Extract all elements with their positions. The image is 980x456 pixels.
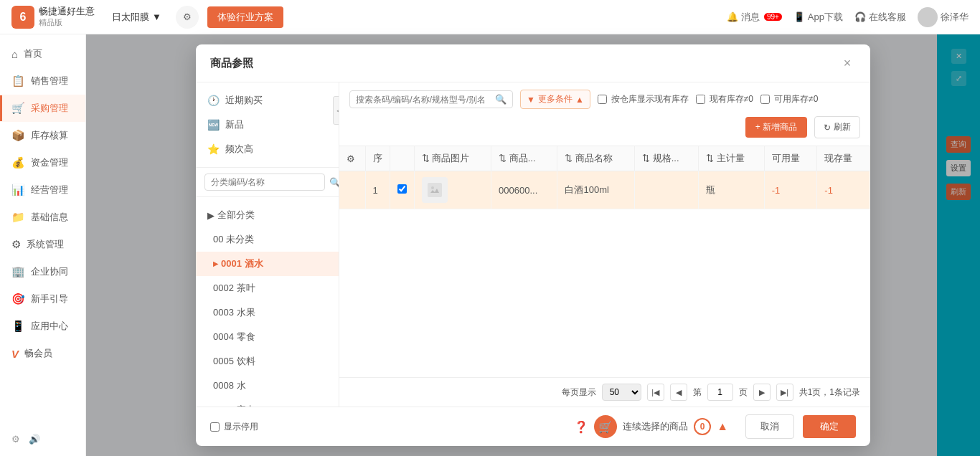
tab-recent-label: 近期购买 <box>225 94 263 107</box>
appcenter-icon: 📱 <box>11 320 25 333</box>
category-item-0010[interactable]: 0010 家电 <box>196 398 339 407</box>
available-checkbox[interactable] <box>760 95 770 104</box>
category-item-0005[interactable]: 0005 饮料 <box>196 349 339 374</box>
online-service-btn[interactable]: 🎧 在线客服 <box>854 11 906 24</box>
messages-btn[interactable]: 🔔 消息 99+ <box>727 11 782 24</box>
sidebar-item-sales[interactable]: 📋 销售管理 <box>0 67 85 95</box>
add-product-button[interactable]: + 新增商品 <box>745 117 807 138</box>
th-check <box>390 146 414 171</box>
inventory-icon: 📦 <box>11 129 25 142</box>
sidebar-item-system[interactable]: ⚙ 系统管理 <box>0 231 85 258</box>
modal-close-button[interactable]: × <box>839 54 856 72</box>
user-menu[interactable]: 徐泽华 <box>918 7 969 27</box>
th-name[interactable]: ⇅ 商品名称 <box>557 146 635 171</box>
th-unit[interactable]: ⇅ 主计量 <box>699 146 765 171</box>
sidebar-item-operations[interactable]: 📊 经营管理 <box>0 176 85 204</box>
category-0010-label: 0010 家电 <box>213 404 255 407</box>
sales-icon: 📋 <box>11 75 25 87</box>
td-code: 000600... <box>491 171 557 209</box>
guide-icon: 🎯 <box>11 293 25 305</box>
sidebar-item-enterprise[interactable]: 🏢 企业协同 <box>0 258 85 285</box>
refresh-button[interactable]: ↻ 刷新 <box>814 116 860 138</box>
confirm-button[interactable]: 确定 <box>803 415 856 438</box>
existing-checkbox[interactable] <box>696 95 705 104</box>
sidebar-item-finance[interactable]: 💰 资金管理 <box>0 149 85 176</box>
username: 徐泽华 <box>941 11 969 24</box>
svg-point-1 <box>431 186 434 189</box>
warehouse-checkbox[interactable] <box>598 95 607 104</box>
new-icon: 🆕 <box>207 119 220 130</box>
headset-icon: 🎧 <box>854 11 866 22</box>
help-icon[interactable]: ❓ <box>574 420 588 434</box>
app-download-btn[interactable]: 📱 App下载 <box>793 11 843 24</box>
mobile-icon: 📱 <box>793 11 805 22</box>
expand-cart-icon[interactable]: ▲ <box>717 420 728 433</box>
product-search-icon[interactable]: 🔍 <box>495 94 507 105</box>
sidebar-item-guide[interactable]: 🎯 新手引导 <box>0 285 85 313</box>
sidebar-item-home[interactable]: ⌂ 首页 <box>0 40 85 67</box>
category-search-input[interactable] <box>204 174 325 191</box>
sort-image-icon: ⇅ <box>422 153 430 163</box>
trial-btn[interactable]: 体验行业方案 <box>207 6 283 28</box>
category-item-0004[interactable]: 0004 零食 <box>196 325 339 349</box>
table-settings-icon[interactable]: ⚙ <box>347 153 355 164</box>
next-page-button[interactable]: ▶ <box>753 384 771 401</box>
sidebar-item-system-label: 系统管理 <box>27 238 64 251</box>
filter-icon: ▼ <box>527 95 535 105</box>
sidebar-item-appcenter-label: 应用中心 <box>31 320 68 333</box>
total-info: 共1页，1条记录 <box>799 386 860 399</box>
tab-frequent[interactable]: ⭐ 频次高 <box>196 137 339 161</box>
system-icon: ⚙ <box>11 238 21 251</box>
td-stock: -1 <box>817 171 870 209</box>
sidebar-item-purchase[interactable]: 🛒 采购管理 <box>0 95 85 122</box>
store-name: 日太阳膜 <box>112 11 149 24</box>
th-settings[interactable]: ⚙ <box>339 146 365 171</box>
main-layout: ⌂ 首页 📋 销售管理 🛒 采购管理 📦 库存核算 💰 资金管理 📊 经营管理 … <box>0 34 980 456</box>
category-item-0008[interactable]: 0008 水 <box>196 374 339 398</box>
product-search-input[interactable] <box>356 95 492 105</box>
sidebar-item-basic[interactable]: 📁 基础信息 <box>0 204 85 231</box>
category-all-label: 全部分类 <box>217 209 255 222</box>
tab-new[interactable]: 🆕 新品 <box>196 113 339 137</box>
cart-icon[interactable]: 🛒 <box>594 415 617 438</box>
page-size-select[interactable]: 50 10 20 100 <box>602 384 641 401</box>
show-disabled-group: 显示停用 <box>210 421 258 433</box>
last-page-button[interactable]: ▶| <box>776 384 793 401</box>
logo-text: 畅捷通好生意 <box>39 6 95 18</box>
sort-unit-icon: ⇅ <box>706 153 714 163</box>
category-item-0003[interactable]: 0003 水果 <box>196 300 339 325</box>
tab-recent[interactable]: 🕐 近期购买 <box>196 88 339 113</box>
first-page-button[interactable]: |◀ <box>647 384 664 401</box>
settings-bottom-icon[interactable]: ⚙ <box>11 434 20 445</box>
sidebar-item-member[interactable]: V 畅会员 <box>0 340 85 367</box>
store-selector[interactable]: 日太阳膜 ▼ <box>106 8 167 27</box>
category-search-icon[interactable]: 🔍 <box>329 177 339 188</box>
td-check[interactable] <box>390 171 414 209</box>
sound-icon[interactable]: 🔊 <box>29 434 40 445</box>
th-code[interactable]: ⇅ 商品... <box>491 146 557 171</box>
th-spec[interactable]: ⇅ 规格... <box>635 146 699 171</box>
th-available: 可用量 <box>764 146 817 171</box>
cancel-button[interactable]: 取消 <box>745 414 794 439</box>
product-table-wrap: ⚙ 序 ⇅ 商品图片 <box>339 146 870 377</box>
sidebar-item-inventory[interactable]: 📦 库存核算 <box>0 122 85 149</box>
category-item-0001[interactable]: ▶ 0001 酒水 <box>196 252 339 276</box>
modal-left-panel: 🕐 近期购买 🆕 新品 ⭐ 频次高 <box>196 82 339 407</box>
gear-button[interactable]: ⚙ <box>176 6 199 29</box>
operations-icon: 📊 <box>11 184 25 196</box>
th-image[interactable]: ⇅ 商品图片 <box>414 146 491 171</box>
page-suffix: 页 <box>739 386 748 399</box>
prev-page-button[interactable]: ◀ <box>670 384 687 401</box>
category-item-0002[interactable]: 0002 茶叶 <box>196 276 339 300</box>
sidebar-item-appcenter[interactable]: 📱 应用中心 <box>0 313 85 340</box>
show-disabled-checkbox[interactable] <box>210 422 220 432</box>
content-area: 商品参照 × 🕐 近期购买 🆕 <box>86 34 980 456</box>
category-item-all[interactable]: ▶ 全部分类 <box>196 203 339 227</box>
table-row[interactable]: 1 000600... 白酒100ml 瓶 -1 -1 <box>339 171 870 209</box>
sidebar-item-enterprise-label: 企业协同 <box>31 265 68 278</box>
filter-button[interactable]: ▼ 更多条件 ▲ <box>520 90 590 109</box>
category-item-00[interactable]: 00 未分类 <box>196 227 339 252</box>
td-settings <box>339 171 365 209</box>
page-input[interactable] <box>707 384 733 401</box>
collapse-panel-button[interactable]: ≪ <box>333 96 339 125</box>
